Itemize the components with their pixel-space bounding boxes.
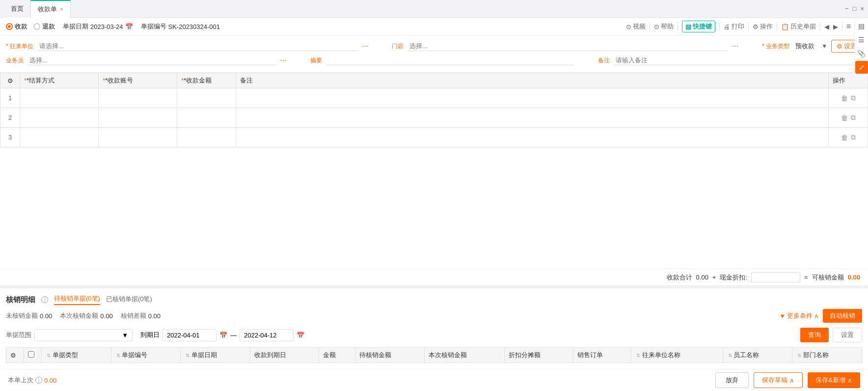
delete-row-icon[interactable]: 🗑	[841, 114, 848, 122]
save-draft-btn[interactable]: 保存草稿 ∧	[754, 372, 803, 388]
copy-row-icon[interactable]: ⧉	[851, 133, 856, 141]
shortcut-btn[interactable]: ▤ 快捷键	[682, 21, 715, 32]
footer-right: 放弃 保存草稿 ∧ 保存&新增 ∧	[715, 372, 860, 388]
date-from-input[interactable]	[163, 329, 217, 341]
tab-pending[interactable]: 待核销单据(0笔)	[54, 294, 100, 305]
window-maximize-icon[interactable]: □	[853, 5, 857, 12]
range-label: 单据范围	[6, 331, 31, 339]
nav-prev-icon[interactable]: ◀	[824, 23, 829, 30]
counterparty-input[interactable]	[37, 41, 358, 51]
calendar-from-icon[interactable]: 📅	[219, 332, 227, 339]
summary-input[interactable]	[326, 56, 574, 65]
col-settlement-th: **结算方式	[20, 73, 99, 88]
settlement-cell[interactable]	[20, 108, 99, 128]
abandon-btn[interactable]: 放弃	[715, 372, 749, 388]
action-cell: 🗑 ⧉	[829, 88, 868, 108]
copy-row-icon[interactable]: ⧉	[851, 113, 856, 122]
delete-row-icon[interactable]: 🗑	[841, 134, 848, 141]
help-icon: ⊙	[654, 23, 659, 30]
tab-close-icon[interactable]: ×	[60, 0, 63, 18]
toolbar-right: ⊙ 视频 ⊙ 帮助 ▤ 快捷键 🖨 打印 ⚙ 操作	[626, 21, 862, 32]
radio-receipt-dot	[6, 23, 13, 30]
col-counterparty-th: ⇅ 往来单位名称	[631, 348, 723, 363]
bottom-table: ⚙ ⇅ 单据类型 ⇅ 单据编号 ⇅ 单据日期	[6, 347, 862, 363]
staff-label: 业务员	[6, 56, 24, 65]
form-row-2: 业务员 ··· 摘要 备注	[6, 56, 862, 65]
account-cell[interactable]	[99, 88, 177, 108]
auto-write-off-btn[interactable]: 自动核销	[823, 309, 862, 323]
sidebar-clip-icon[interactable]: 📎	[855, 47, 868, 60]
staff-more-btn[interactable]: ···	[280, 56, 286, 65]
table-row: 1 🗑 ⧉	[0, 88, 868, 108]
operation-btn[interactable]: ⚙ 操作	[753, 22, 773, 31]
col-settings-th[interactable]: ⚙	[0, 73, 20, 88]
info-circle-icon[interactable]: i	[41, 296, 48, 303]
range-select[interactable]: ▼	[34, 329, 133, 341]
discount-label: 现金折扣:	[720, 273, 747, 282]
sidebar-list-icon[interactable]: ☰	[855, 33, 868, 46]
divider	[842, 23, 842, 30]
business-type-arrow[interactable]: ▼	[821, 43, 827, 50]
more-conditions-btn[interactable]: ▼ 更多条件 ∧	[779, 311, 819, 320]
save-draft-arrow[interactable]: ∧	[789, 377, 794, 384]
settlement-cell[interactable]	[20, 88, 99, 108]
print-btn[interactable]: 🖨 打印	[724, 22, 744, 31]
radio-receipt[interactable]: 收款	[6, 22, 27, 31]
filter-right: ▼ 更多条件 ∧ 自动核销	[779, 309, 862, 323]
save-new-btn[interactable]: 保存&新增 ∧	[808, 372, 860, 388]
remark-cell[interactable]	[236, 108, 829, 128]
discount-input[interactable]	[751, 272, 800, 282]
delete-row-icon[interactable]: 🗑	[841, 94, 848, 102]
help-btn[interactable]: ⊙ 帮助	[654, 22, 674, 31]
chevron-icon: ∧	[814, 312, 819, 320]
list-view-icon[interactable]: ≡	[846, 22, 851, 31]
video-btn[interactable]: ⊙ 视频	[626, 22, 646, 31]
amount-cell[interactable]	[177, 88, 236, 108]
col-dept-th: ⇅ 部门名称	[792, 348, 862, 363]
date-to-input[interactable]	[240, 329, 294, 341]
calendar-icon[interactable]: 📅	[125, 23, 133, 30]
nav-next-icon[interactable]: ▶	[833, 23, 838, 30]
remark-input[interactable]	[614, 56, 862, 65]
bill-no-value: SK-20230324-001	[168, 23, 220, 30]
settings-bottom-btn[interactable]: 设置	[833, 328, 862, 342]
staff-input[interactable]	[27, 56, 276, 65]
query-btn[interactable]: 查询	[800, 328, 829, 342]
col-bill-no-th: ⇅ 单据编号	[111, 348, 181, 363]
sidebar-table-icon[interactable]: ▤	[855, 20, 868, 32]
amount-cell[interactable]	[177, 128, 236, 147]
tab-home[interactable]: 首页	[4, 0, 30, 18]
sidebar-expand-icon[interactable]: ⤢	[855, 61, 868, 74]
total-value: 0.00	[696, 274, 708, 281]
store-input[interactable]	[407, 41, 728, 51]
counterparty-more-btn[interactable]: ···	[362, 42, 368, 51]
footer-info-icon[interactable]: i	[35, 377, 42, 384]
col-settings-bottom-th[interactable]: ⚙	[6, 348, 24, 363]
window-minimize-icon[interactable]: −	[845, 5, 849, 12]
receipt-table-section: ⚙ **结算方式 **收款账号 **收款金额 备注 操作 1	[0, 73, 868, 269]
remark-cell[interactable]	[236, 88, 829, 108]
bill-date-value[interactable]: 2023-03-24	[90, 23, 123, 30]
account-cell[interactable]	[99, 128, 177, 147]
history-btn[interactable]: 📋 历史单据	[781, 22, 816, 31]
save-new-arrow[interactable]: ∧	[847, 377, 852, 384]
right-sidebar: ▤ ☰ 📎 ⤢	[854, 18, 868, 76]
radio-refund-label: 退款	[42, 22, 55, 31]
settlement-cell[interactable]	[20, 128, 99, 147]
tab-done[interactable]: 已核销单据(0笔)	[106, 295, 152, 305]
tab-receipt[interactable]: 收款单 ×	[30, 0, 71, 18]
remark-cell[interactable]	[236, 128, 829, 147]
col-pending-amount-th: 待核销金额	[355, 348, 425, 363]
copy-row-icon[interactable]: ⧉	[851, 94, 856, 102]
plus-symbol: +	[712, 274, 716, 281]
window-close-icon[interactable]: ×	[860, 5, 864, 12]
amount-cell[interactable]	[177, 108, 236, 128]
select-all-checkbox[interactable]	[28, 351, 34, 358]
calendar-to-icon[interactable]: 📅	[297, 332, 304, 339]
summary-label: 摘要	[310, 56, 322, 65]
store-more-btn[interactable]: ···	[732, 42, 738, 51]
radio-refund[interactable]: 退款	[33, 22, 55, 31]
radio-refund-dot	[33, 23, 40, 30]
account-cell[interactable]	[99, 108, 177, 128]
divider	[820, 23, 820, 30]
